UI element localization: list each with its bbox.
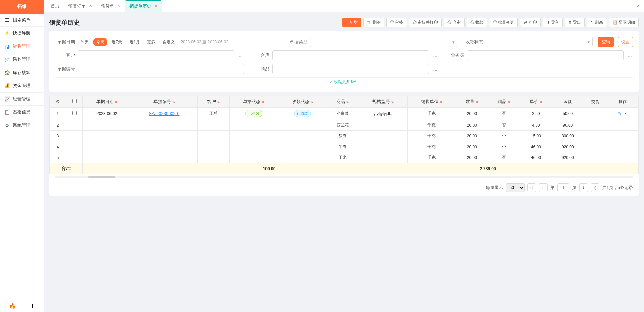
col-gift: 赠品 ⇅ <box>488 96 520 108</box>
sort-qty-icon[interactable]: ⇅ <box>476 100 478 104</box>
cell-goods: 牛肉 <box>327 141 359 152</box>
cell-spec <box>359 120 407 131</box>
delete-button[interactable]: 🗑 删除 <box>363 18 384 27</box>
sidebar-item-operations[interactable]: 📈 经营管理 <box>0 93 44 106</box>
sidebar-bottom-icon2[interactable]: ⏸ <box>29 303 34 309</box>
sort-docstatus-icon[interactable]: ⇅ <box>262 100 264 104</box>
sidebar-item-quick-nav[interactable]: ⚡ 快捷导航 <box>0 27 44 40</box>
sidebar-item-purchase[interactable]: 🛒 采购管理 <box>0 53 44 66</box>
warehouse-dots-btn[interactable]: ... <box>432 53 439 58</box>
sidebar-bottom-icon1[interactable]: 🔥 <box>9 303 16 309</box>
batch-change-button[interactable]: ◎ 批量变更 <box>489 18 518 27</box>
hscroll-bar[interactable] <box>55 176 633 178</box>
tab-home[interactable]: 首页 <box>47 0 63 12</box>
cell-docno <box>131 152 197 163</box>
edit-action-btn[interactable]: ✎ <box>617 111 622 116</box>
customer-input[interactable] <box>78 50 234 60</box>
sidebar-item-finance[interactable]: 💰 资金管理 <box>0 79 44 93</box>
filter-docno-item: 单据编号 <box>55 64 244 74</box>
sidebar-item-basic-info[interactable]: 📋 基础信息 <box>0 106 44 119</box>
page-of: 页 <box>572 185 577 191</box>
table-gear-icon[interactable]: ⚙ <box>56 99 60 104</box>
page-first-btn[interactable]: ⟨⟨ <box>527 183 536 192</box>
col-customer: 客户 ⇅ <box>197 96 229 108</box>
review-button[interactable]: ◎ 审核 <box>386 18 407 27</box>
row-checkbox[interactable] <box>72 111 77 115</box>
cell-docno <box>131 120 197 131</box>
filter-staff-item: 业务员 ... <box>444 50 633 60</box>
cell-check <box>66 120 83 131</box>
date-btn-1month[interactable]: 近1月 <box>127 38 143 46</box>
page-last-btn[interactable]: ⟩⟩ <box>591 183 599 192</box>
sidebar-item-search-menu[interactable]: ☰ 搜索菜单 <box>0 14 44 27</box>
date-btn-7days[interactable]: 近7天 <box>109 38 125 46</box>
filter-warehouse-label: 合库 <box>249 52 270 58</box>
collect-button[interactable]: ◎ 收款 <box>467 18 487 27</box>
cell-docstatus <box>229 131 278 141</box>
date-btn-custom[interactable]: 自定义 <box>160 38 178 46</box>
tab-sales-delivery[interactable]: 销货单 ✕ <box>97 0 124 12</box>
refresh-button[interactable]: ↻ 刷新 <box>587 18 607 27</box>
sort-spec-icon[interactable]: ⇅ <box>391 100 394 104</box>
docno-input[interactable] <box>78 64 244 74</box>
page-next-btn[interactable]: ⟩ <box>579 183 588 192</box>
sort-collectstatus-icon[interactable]: ⇅ <box>310 100 313 104</box>
date-btn-yesterday[interactable]: 昨天 <box>78 38 92 46</box>
sidebar-item-inventory[interactable]: 🏠 库存核算 <box>0 66 44 79</box>
filter-row-3: 单据编号 商品 ... <box>55 64 633 74</box>
collect-status-select[interactable] <box>486 37 593 47</box>
cell-trade <box>584 152 607 163</box>
tab-sales-history[interactable]: 销货单历史 ✕ <box>125 0 162 12</box>
window-close-icon[interactable]: ✕ <box>635 2 641 10</box>
cell-unitprice: 4.80 <box>520 120 552 131</box>
page-header: 销货单历史 + 新增 🗑 删除 ◎ 审核 ◎ 审核并打印 ◎ 弃审 ◎ 收款 ◎… <box>49 18 639 27</box>
print-button[interactable]: 🖨 打印 <box>520 18 540 27</box>
hscroll-thumb[interactable] <box>88 176 115 178</box>
summary-amount: 2,286.00 <box>456 163 520 174</box>
sidebar-item-system[interactable]: ⚙ 系统管理 <box>0 119 44 132</box>
settings-button[interactable]: 设置 <box>618 37 633 47</box>
sort-gift-icon[interactable]: ⇅ <box>508 100 510 104</box>
sort-unit-icon[interactable]: ⇅ <box>440 100 442 104</box>
goods-input[interactable] <box>272 64 429 74</box>
cell-unit: 千克 <box>407 131 456 141</box>
import-button[interactable]: ⬇ 导入 <box>543 18 563 27</box>
tab-close-sales-delivery[interactable]: ✕ <box>117 4 120 8</box>
table-header-row: ⚙ 单据日期 ⇅ 单据编号 ⇅ 客户 ⇅ 单据状态 ⇅ 收款状态 ⇅ 商品 ⇅ … <box>50 96 639 108</box>
date-btn-more[interactable]: 更多 <box>144 38 158 46</box>
doc-no-link[interactable]: SA-20230602-0 <box>149 111 179 116</box>
tab-close-sales-order[interactable]: ✕ <box>89 4 92 8</box>
date-btn-today[interactable]: 今天 <box>93 38 107 46</box>
more-action-btn[interactable]: ⋯ <box>622 111 629 116</box>
export-button[interactable]: ⬆ 导出 <box>565 18 585 27</box>
page-prev-btn[interactable]: ⟨ <box>539 183 548 192</box>
cell-unitprice: 46.00 <box>520 141 552 152</box>
sidebar-logo: 拓维 <box>0 0 44 14</box>
sort-date-icon[interactable]: ⇅ <box>115 100 117 104</box>
page-input[interactable] <box>557 183 569 192</box>
warehouse-input[interactable] <box>272 50 429 60</box>
sort-customer-icon[interactable]: ⇅ <box>217 100 220 104</box>
query-button[interactable]: 查询 <box>598 37 614 47</box>
abandon-button[interactable]: ◎ 弃审 <box>444 18 464 27</box>
collapse-filter-btn[interactable]: ∧ 收起更多条件 <box>55 77 633 86</box>
sidebar-item-sales[interactable]: 📊 销售管理 <box>0 40 44 53</box>
staff-input[interactable] <box>467 50 624 60</box>
review-print-button[interactable]: ◎ 审核并打印 <box>409 18 442 27</box>
tab-sales-order[interactable]: 销售订单 ✕ <box>64 0 96 12</box>
sort-unitprice-icon[interactable]: ⇅ <box>540 100 542 104</box>
display-button[interactable]: 📋 显示明细 <box>609 18 639 27</box>
sort-goods-icon[interactable]: ⇅ <box>346 100 349 104</box>
new-button[interactable]: + 新增 <box>342 18 361 27</box>
goods-dots-btn[interactable]: ... <box>432 66 439 72</box>
sort-docno-icon[interactable]: ⇅ <box>172 100 175 104</box>
col-gear[interactable]: ⚙ <box>50 96 66 108</box>
select-all-checkbox[interactable] <box>72 99 77 103</box>
cell-check <box>66 131 83 141</box>
filter-collect-label: 收款状态 <box>463 39 483 45</box>
doc-type-select[interactable] <box>310 37 457 47</box>
tab-close-sales-history[interactable]: ✕ <box>155 4 158 8</box>
page-size-select[interactable]: 50 20 100 <box>506 183 525 192</box>
customer-dots-btn[interactable]: ... <box>237 53 244 58</box>
staff-dots-btn[interactable]: ... <box>626 53 633 58</box>
